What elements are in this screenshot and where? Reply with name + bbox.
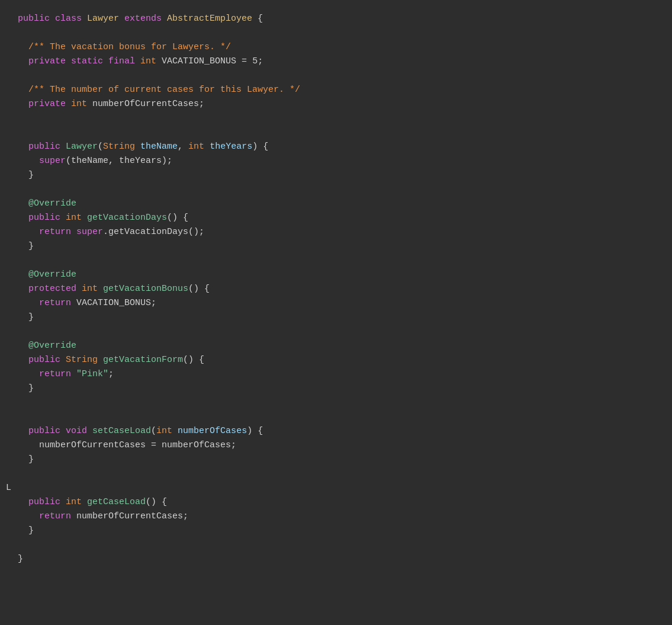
- code-line: }: [18, 239, 660, 254]
- code-line: [18, 396, 660, 410]
- code-line: }: [18, 453, 660, 467]
- code-line: /** The number of current cases for this…: [18, 83, 660, 97]
- code-line: public Lawyer(String theName, int theYea…: [18, 140, 660, 154]
- code-editor: public class Lawyer extends AbstractEmpl…: [0, 0, 672, 625]
- code-line: [18, 182, 660, 197]
- code-line: }: [18, 552, 660, 566]
- code-line: [18, 126, 660, 140]
- code-line: [18, 481, 660, 495]
- code-line: public String getVacationForm() {: [18, 353, 660, 367]
- code-line: return VACATION_BONUS;: [18, 296, 660, 310]
- code-line: [18, 566, 660, 581]
- code-line: protected int getVacationBonus() {: [18, 282, 660, 296]
- code-line: [18, 538, 660, 552]
- code-line: [18, 69, 660, 83]
- code-line: [18, 26, 660, 40]
- code-line: [18, 325, 660, 339]
- code-line: private int numberOfCurrentCases;: [18, 97, 660, 111]
- code-line: }: [18, 310, 660, 325]
- code-line: [18, 467, 660, 481]
- code-line: public int getCaseLoad() {: [18, 495, 660, 509]
- code-line: }: [18, 382, 660, 396]
- code-line: public int getVacationDays() {: [18, 211, 660, 225]
- code-line: numberOfCurrentCases = numberOfCases;: [18, 438, 660, 453]
- code-line: [18, 410, 660, 424]
- code-line: @Override: [18, 339, 660, 353]
- code-line: }: [18, 168, 660, 182]
- code-line: return super.getVacationDays();: [18, 225, 660, 239]
- code-line: return numberOfCurrentCases;: [18, 509, 660, 524]
- code-line: /** The vacation bonus for Lawyers. */: [18, 40, 660, 55]
- code-line: super(theName, theYears);: [18, 154, 660, 168]
- code-line: }: [18, 524, 660, 538]
- code-line: return "Pink";: [18, 367, 660, 382]
- code-line: private static final int VACATION_BONUS …: [18, 55, 660, 69]
- code-line: @Override: [18, 268, 660, 282]
- code-line: @Override: [18, 197, 660, 211]
- code-line: [18, 111, 660, 126]
- code-line: [18, 254, 660, 268]
- code-line: public class Lawyer extends AbstractEmpl…: [18, 12, 660, 26]
- code-line: public void setCaseLoad(int numberOfCase…: [18, 424, 660, 438]
